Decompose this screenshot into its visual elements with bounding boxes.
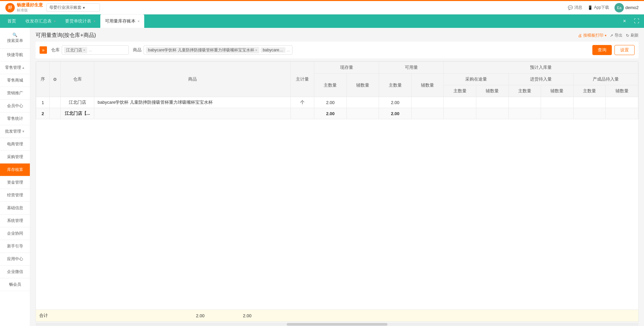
product-tag-babycare2: babycare… — [261, 47, 285, 53]
total-avail-main: 2.00 — [235, 313, 259, 318]
tab-receipts-close[interactable]: × — [54, 19, 56, 23]
print-template-button[interactable]: 🖨 按模板打印 ▾ — [578, 33, 606, 38]
th-available: 可用量 — [379, 62, 444, 74]
cell-settings — [50, 97, 61, 108]
product-filter-group: 商品 babycare学饮杯 儿童防摔防撞吸管杯重力球吸嘴杯宝宝水杯 × bab… — [133, 45, 292, 55]
sidebar-item-marketing[interactable]: 营销推广 — [0, 87, 30, 100]
sidebar-item-operations-mgmt[interactable]: 经营管理 — [0, 189, 30, 202]
message-action[interactable]: 💬 消息 — [568, 5, 582, 10]
filter-actions: 查询 设置 — [592, 45, 635, 55]
scroll-thumb[interactable] — [287, 323, 387, 326]
th-pp-main: 主数量 — [573, 85, 606, 97]
settings-button[interactable]: 设置 — [614, 45, 635, 55]
app-download-action[interactable]: 📱 App下载 — [588, 5, 609, 10]
search-icon: 🔍 — [12, 33, 17, 37]
product-tag-babycare2-text: babycare… — [263, 48, 283, 52]
sidebar-item-app-center-label: 应用中心 — [7, 256, 23, 262]
th-settings[interactable]: ⚙ — [50, 62, 61, 97]
app-icon: 📱 — [588, 5, 593, 10]
sidebar-item-retail-mall-label: 零售商城 — [7, 78, 23, 83]
sidebar-item-retail-stats[interactable]: 零售统计 — [0, 112, 30, 125]
warehouse-filter-tags[interactable]: 江北门店 × ... — [62, 45, 129, 55]
sidebar-item-new-guide[interactable]: 新手引导 — [0, 240, 30, 253]
tab-available-inventory-close[interactable]: × — [138, 19, 140, 23]
th-production-pending: 产成品待入量 — [573, 74, 638, 85]
sidebar-item-enterprise-collab[interactable]: 企业协同 — [0, 227, 30, 240]
horizontal-scrollbar[interactable] — [36, 323, 639, 326]
top-bar-left: 好 畅捷通好生意 标准版 母婴行业演示账套 ▾ — [5, 2, 100, 13]
cell-pp-aux — [606, 97, 638, 108]
sidebar-item-vip[interactable]: 畅会员 — [0, 278, 30, 291]
export-label: 导出 — [614, 33, 623, 38]
total-label: 合计 — [39, 313, 91, 319]
sidebar-item-retail-mall[interactable]: 零售商城 — [0, 74, 30, 87]
cell-avail-aux — [411, 97, 444, 108]
user-area[interactable]: Ea demo2 — [614, 3, 639, 12]
sidebar-item-finance-mgmt[interactable]: 资金管理 — [0, 176, 30, 189]
table-row-subtotal: 2 江北门店【... 2.00 2.00 — [36, 108, 638, 119]
sidebar-item-system-mgmt[interactable]: 系统管理 — [0, 215, 30, 227]
search-menu-button[interactable]: 🔍 搜索菜单 — [3, 31, 27, 46]
sidebar-item-vip-label: 畅会员 — [9, 282, 21, 287]
product-tag-babycare-remove[interactable]: × — [255, 48, 257, 52]
sidebar-item-operations-mgmt-label: 经营管理 — [7, 192, 23, 198]
sidebar-item-purchase-mgmt[interactable]: 采购管理 — [0, 151, 30, 164]
product-tag-babycare: babycare学饮杯 儿童防摔防撞吸管杯重力球吸嘴杯宝宝水杯 × — [146, 47, 259, 53]
product-filter-more[interactable]: ... — [287, 48, 290, 52]
sidebar-item-basic-info[interactable]: 基础信息 — [0, 202, 30, 215]
sidebar-item-inventory[interactable]: 库存核算 — [0, 164, 30, 176]
sidebar-item-retail-mgmt[interactable]: 零售管理 ▲ — [0, 61, 30, 74]
sidebar-search-section: 🔍 搜索菜单 — [0, 28, 30, 49]
sidebar-item-enterprise-collab-label: 企业协同 — [7, 231, 23, 236]
app-download-label: App下载 — [594, 5, 609, 10]
refresh-button[interactable]: ↻ 刷新 — [626, 33, 639, 38]
sidebar-item-enterprise-wechat[interactable]: 企业微信 — [0, 266, 30, 278]
warehouse-filter-more[interactable]: ... — [89, 48, 92, 52]
subtotal-product — [94, 108, 291, 119]
tab-order-summary-close[interactable]: × — [93, 19, 95, 23]
product-filter-tags[interactable]: babycare学饮杯 儿童防摔防撞吸管杯重力球吸嘴杯宝宝水杯 × babyca… — [144, 45, 292, 55]
sidebar-item-quick-nav[interactable]: 快捷导航 — [0, 49, 30, 61]
expand-filter-button[interactable]: » — [40, 46, 47, 54]
sidebar-item-member-center-label: 会员中心 — [7, 103, 23, 109]
sidebar-item-enterprise-wechat-label: 企业微信 — [7, 269, 23, 275]
subtotal-current-aux — [346, 108, 379, 119]
th-no: 序 — [36, 62, 50, 97]
th-pp-aux: 辅数量 — [606, 85, 638, 97]
th-inbound-pending: 进货待入量 — [508, 74, 573, 85]
sidebar-item-retail-stats-label: 零售统计 — [7, 116, 23, 122]
th-main-unit: 主计量 — [291, 62, 314, 97]
export-button[interactable]: ↗ 导出 — [610, 33, 623, 38]
warehouse-filter-label: 仓库 — [51, 47, 60, 53]
subtotal-settings — [50, 108, 61, 119]
sidebar-item-inventory-label: 库存核算 — [7, 167, 23, 173]
tab-receipts[interactable]: 收发存汇总表 × — [21, 14, 60, 28]
sidebar-item-ecommerce-mgmt[interactable]: 电商管理 — [0, 138, 30, 151]
print-template-label: 按模板打印 — [583, 33, 603, 38]
sidebar: 🔍 搜索菜单 快捷导航 零售管理 ▲ 零售商城 营销推广 会员中心 零售统计 批… — [0, 28, 30, 326]
industry-selector[interactable]: 母婴行业演示账套 ▾ — [46, 3, 100, 12]
total-values: 2.00 2.00 — [91, 313, 259, 318]
subtotal-ip-main — [508, 108, 541, 119]
sidebar-item-app-center[interactable]: 应用中心 — [0, 253, 30, 266]
subtotal-pt-aux — [476, 108, 509, 119]
tab-expand[interactable]: ⛶ — [632, 16, 641, 26]
tab-available-inventory[interactable]: 可用量库存账本 × — [100, 14, 144, 28]
subtotal-pp-aux — [606, 108, 638, 119]
search-menu-label: 搜索菜单 — [7, 38, 23, 44]
total-current-main: 2.00 — [189, 313, 212, 318]
sidebar-item-member-center[interactable]: 会员中心 — [0, 100, 30, 112]
subtotal-pp-main — [573, 108, 606, 119]
product-filter-label: 商品 — [133, 47, 142, 53]
tab-close-all[interactable]: × — [620, 16, 629, 26]
query-button[interactable]: 查询 — [592, 45, 612, 55]
warehouse-tag-jiangbei-remove[interactable]: × — [83, 48, 85, 52]
sidebar-item-wholesale-mgmt[interactable]: 批发管理 ▼ — [0, 125, 30, 138]
table-footer: 合计 2.00 2.00 — [36, 310, 639, 322]
th-available-main: 主数量 — [379, 74, 412, 97]
page-title: 可用量查询(按仓库+商品) — [36, 32, 96, 39]
tab-available-inventory-label: 可用量库存账本 — [105, 18, 136, 24]
tab-home[interactable]: 首页 — [3, 14, 21, 28]
th-product: 商品 — [94, 62, 291, 97]
tab-order-summary[interactable]: 要货单统计表 × — [60, 14, 100, 28]
